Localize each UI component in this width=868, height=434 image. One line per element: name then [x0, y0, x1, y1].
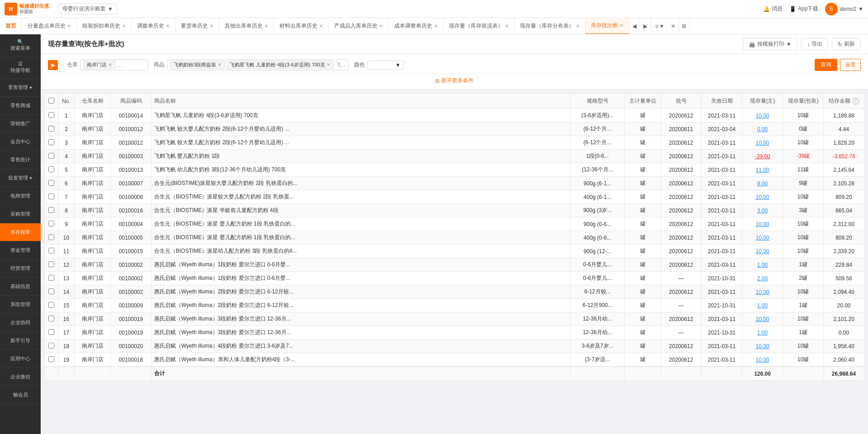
cell-checkbox[interactable] — [45, 340, 58, 353]
tab-close-inventory-status[interactable]: ✕ — [505, 24, 509, 28]
tab-close-material-out[interactable]: ✕ — [319, 24, 323, 28]
filter-expand-more[interactable]: ⊞ 展开更多条件 — [48, 74, 861, 85]
sidebar-item-retail-stats[interactable]: 零售统计 — [0, 151, 41, 169]
sidebar-item-wholesale[interactable]: 批发管理 ▼ — [0, 169, 41, 187]
cell-qty-main[interactable]: 10.00 — [742, 231, 783, 245]
cell-checkbox[interactable] — [45, 190, 58, 204]
tab-maximize[interactable]: ⊞ — [679, 18, 690, 34]
color-filter-select[interactable]: ▼ — [368, 61, 404, 70]
cell-checkbox[interactable] — [45, 177, 58, 190]
tab-nav-left[interactable]: ◀ — [629, 18, 640, 34]
tab-warehouse-batch[interactable]: 库存批次账 ✕ — [585, 18, 629, 34]
tab-home[interactable]: 首页 — [0, 18, 22, 34]
cell-qty-main[interactable]: 10.00 — [742, 312, 783, 326]
product-filter-more[interactable]: 飞... — [335, 61, 345, 69]
cell-checkbox[interactable] — [45, 258, 58, 272]
sidebar-item-inventory[interactable]: 库存核算 — [0, 223, 41, 241]
tab-other-out-history[interactable]: 其他出库单历史 ✕ — [219, 18, 274, 34]
tab-close-disassemble[interactable]: ✕ — [122, 24, 126, 28]
cell-qty-main[interactable]: 3.00 — [742, 204, 783, 217]
sidebar-item-retail[interactable]: 零售管理 ▼ — [0, 79, 41, 97]
tab-close-pickup[interactable]: ✕ — [166, 24, 170, 28]
tab-split-history[interactable]: 分量盘点单历史 ✕ — [22, 18, 77, 34]
cell-checkbox[interactable] — [45, 163, 58, 177]
query-btn[interactable]: 查询 — [815, 59, 837, 71]
sidebar-item-basic[interactable]: 基础信息 — [0, 278, 41, 296]
cell-checkbox[interactable] — [45, 353, 58, 367]
cell-qty-main[interactable]: 10.00 — [742, 136, 783, 150]
sidebar-item-purchase[interactable]: 采购管理 — [0, 205, 41, 223]
cell-qty-main[interactable]: 1.00 — [742, 326, 783, 340]
cell-qty-main[interactable]: 11.00 — [742, 163, 783, 177]
cell-qty-main[interactable]: 10.00 — [742, 340, 783, 353]
tab-close-all[interactable]: ✕ — [668, 18, 679, 34]
product-tag-group[interactable]: 飞鹤奶粉3段两提装 ✕ 飞鹤星飞帆 儿童奶粉 4段(3-6岁适用) 700克 ✕… — [167, 59, 349, 71]
cell-checkbox[interactable] — [45, 285, 58, 299]
cell-qty-main[interactable]: 10.00 — [742, 353, 783, 367]
tab-material-out-history[interactable]: 材料出库单历史 ✕ — [274, 18, 329, 34]
sidebar-item-ecommerce[interactable]: 电商管理 — [0, 187, 41, 205]
sidebar-item-enterprise-wechat[interactable]: 企业微信 — [0, 368, 41, 386]
cell-checkbox[interactable] — [45, 299, 58, 312]
sidebar-item-new-guide[interactable]: 新手引导 — [0, 332, 41, 350]
tab-close-split[interactable]: ✕ — [67, 24, 71, 28]
app-download-btn[interactable]: 📱 App下载 — [789, 5, 818, 13]
cell-qty-main[interactable]: -39.00 — [742, 150, 783, 163]
tab-pickup-history[interactable]: 调拨单历史 ✕ — [132, 18, 175, 34]
cell-qty-main[interactable]: 10.00 — [742, 217, 783, 231]
product-tag-1-close[interactable]: ✕ — [217, 62, 222, 68]
cell-checkbox[interactable] — [45, 123, 58, 136]
sidebar-item-member[interactable]: 会员中心 — [0, 133, 41, 151]
sidebar-quick-nav[interactable]: ☰ 快捷导航 — [0, 57, 41, 79]
balance-info-icon[interactable]: i — [853, 98, 859, 104]
sidebar-item-app-center[interactable]: 应用中心 — [0, 350, 41, 368]
tab-close-product-in[interactable]: ✕ — [379, 24, 383, 28]
cell-checkbox[interactable] — [45, 272, 58, 285]
cell-checkbox[interactable] — [45, 150, 58, 163]
sidebar-item-finance[interactable]: 资金管理 — [0, 241, 41, 259]
cell-checkbox[interactable] — [45, 217, 58, 231]
print-btn[interactable]: 🖨️ 按模板打印 ▼ — [743, 38, 797, 50]
cell-checkbox[interactable] — [45, 109, 58, 123]
tab-inventory-status[interactable]: 现存量（库存状况表） ✕ — [443, 18, 514, 34]
tab-close-warehouse-batch[interactable]: ✕ — [620, 23, 623, 28]
tab-more-btn[interactable]: ≡ ▼ — [651, 23, 668, 29]
cell-qty-main[interactable]: 1.00 — [742, 258, 783, 272]
tab-close-other-out[interactable]: ✕ — [264, 24, 268, 28]
sidebar-item-system[interactable]: 系统管理 — [0, 296, 41, 314]
export-btn[interactable]: ↓ 导出 — [801, 38, 828, 50]
cell-qty-main[interactable]: 10.00 — [742, 109, 783, 123]
warehouse-tag-group[interactable]: 南岸门店 ✕ ... — [80, 59, 148, 71]
cell-checkbox[interactable] — [45, 312, 58, 326]
tab-close-inventory-dist[interactable]: ✕ — [576, 24, 580, 28]
tab-close-cost-adjust[interactable]: ✕ — [434, 24, 438, 28]
tab-disassemble-history[interactable]: 组装拆卸单历史 ✕ — [77, 18, 132, 34]
cell-qty-main[interactable]: 1.00 — [742, 299, 783, 312]
tab-requisition-history[interactable]: 要货单历史 ✕ — [175, 18, 219, 34]
cell-qty-main[interactable]: 10.00 — [742, 190, 783, 204]
tab-close-requisition[interactable]: ✕ — [210, 24, 213, 28]
cell-checkbox[interactable] — [45, 136, 58, 150]
user-menu[interactable]: E demo2 ▼ — [825, 3, 863, 15]
tab-cost-adjust-history[interactable]: 成本调整单历史 ✕ — [389, 18, 443, 34]
warehouse-tag-close[interactable]: ✕ — [108, 62, 112, 68]
cell-checkbox[interactable] — [45, 231, 58, 245]
tab-inventory-distribution[interactable]: 现存量（库存分布表） ✕ — [514, 18, 585, 34]
settings-btn[interactable]: 设置 — [840, 59, 861, 71]
enterprise-selector[interactable]: 母婴行业演示账套 ▼ — [58, 3, 117, 14]
sidebar-item-vip-member[interactable]: 畅会员 — [0, 386, 41, 404]
refresh-btn[interactable]: ↻ 刷新 — [832, 38, 861, 50]
cell-checkbox[interactable] — [45, 326, 58, 340]
cell-checkbox[interactable] — [45, 245, 58, 258]
sidebar-item-enterprise-collab[interactable]: 企业协同 — [0, 314, 41, 332]
sidebar-item-marketing[interactable]: 营销推广 — [0, 115, 41, 133]
select-all-checkbox[interactable] — [48, 98, 54, 104]
cell-checkbox[interactable] — [45, 204, 58, 217]
cell-qty-main[interactable]: 10.00 — [742, 285, 783, 299]
message-btn[interactable]: 🔔 消息 — [763, 5, 783, 13]
cell-qty-main[interactable]: 0.00 — [742, 123, 783, 136]
filter-expand-arrow[interactable]: ▶ — [48, 60, 58, 70]
sidebar-item-retail-shop[interactable]: 零售商城 — [0, 97, 41, 115]
cell-qty-main[interactable]: 10.00 — [742, 245, 783, 258]
product-tag-2-close[interactable]: ✕ — [326, 62, 330, 68]
